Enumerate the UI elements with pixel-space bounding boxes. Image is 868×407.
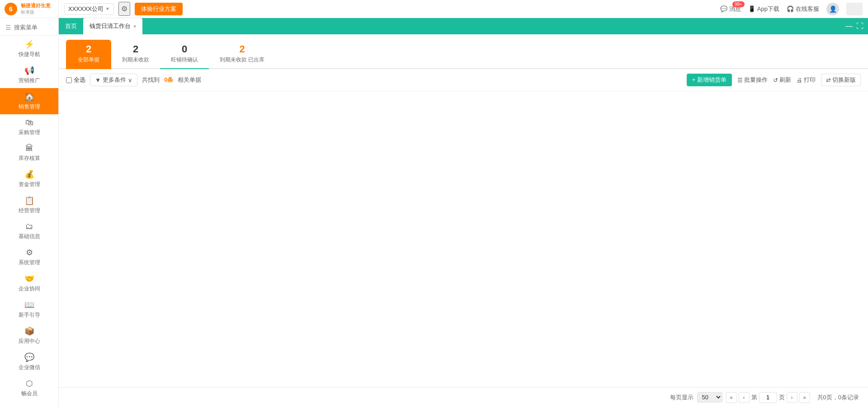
tab-close-icon[interactable]: × xyxy=(133,23,136,29)
found-prefix: 共找到 xyxy=(142,76,160,84)
sidebar-label-inventory: 库存核算 xyxy=(19,154,40,162)
sidebar-item-guide[interactable]: 📖 新手引导 xyxy=(0,296,58,323)
search-menu-label: 搜索菜单 xyxy=(14,23,38,32)
sidebar: 6 畅捷通好生意 标准版 ☰ 搜索菜单 ⚡ 快捷导航 📢 营销推广 🏠 销售管理… xyxy=(0,0,59,407)
toolbar: 全选 ▼ 更多条件 ∨ 共找到 0条 相关单据 + 新增销货单 ☰ 批量操作 ↺… xyxy=(59,69,868,91)
filter-arrow-icon: ∨ xyxy=(128,77,132,84)
prev-page-btn[interactable]: ‹ xyxy=(739,392,750,403)
select-all-label: 全选 xyxy=(74,76,85,84)
tab-home[interactable]: 首页 xyxy=(59,18,83,34)
user-extra[interactable] xyxy=(846,3,863,15)
marketing-icon: 📢 xyxy=(24,65,34,75)
refresh-btn[interactable]: ↺ 刷新 xyxy=(773,76,791,84)
last-page-btn[interactable]: » xyxy=(799,392,810,403)
sidebar-label-marketing: 营销推广 xyxy=(19,77,40,84)
sidebar-item-marketing[interactable]: 📢 营销推广 xyxy=(0,62,58,88)
header-right: 💬 消息 99+ 📱 App下载 🎧 在线客服 👤 xyxy=(720,3,863,15)
inventory-icon: 🏛 xyxy=(25,144,33,153)
purchase-icon: 🛍 xyxy=(25,118,33,127)
sidebar-item-wechat[interactable]: 💬 企业微信 xyxy=(0,349,58,375)
enterprise-icon: 🤝 xyxy=(24,274,34,284)
tabs-bar-right: — ⛶ xyxy=(845,22,868,30)
sidebar-item-finance[interactable]: 💰 资金管理 xyxy=(0,166,58,192)
page-input[interactable] xyxy=(759,392,777,403)
sidebar-label-sales: 销售管理 xyxy=(19,103,40,111)
settings-button[interactable]: ⚙ xyxy=(118,2,130,16)
filter-button[interactable]: ▼ 更多条件 ∨ xyxy=(90,74,137,86)
system-icon: ⚙ xyxy=(26,248,33,257)
select-all-checkbox[interactable]: 全选 xyxy=(66,76,85,84)
switch-version-btn[interactable]: ⇄ 切换新版 xyxy=(821,74,861,86)
sidebar-label-quick-nav: 快捷导航 xyxy=(19,51,40,58)
stats-tabs: 2 全部单据 2 到期未收款 0 旺铺待确认 2 到期未收款 已出库 xyxy=(59,34,868,69)
print-btn[interactable]: 🖨 打印 xyxy=(797,76,816,84)
main-content: 2 全部单据 2 到期未收款 0 旺铺待确认 2 到期未收款 已出库 全选 xyxy=(59,34,868,407)
logo-text: 畅捷通好生意 标准版 xyxy=(21,2,51,15)
sidebar-label-finance: 资金管理 xyxy=(19,181,40,188)
refresh-icon: ↺ xyxy=(773,77,778,84)
select-all-input[interactable] xyxy=(66,77,72,83)
app-download-btn[interactable]: 📱 App下载 xyxy=(748,5,779,13)
first-page-btn[interactable]: « xyxy=(726,392,737,403)
stat-tab-wangpu[interactable]: 0 旺铺待确认 xyxy=(160,40,209,69)
per-page-select[interactable]: 50 20 100 xyxy=(697,392,722,402)
tabs-bar: 首页 钱货日清工作台 × — ⛶ xyxy=(59,18,868,34)
switch-label: 切换新版 xyxy=(832,76,856,84)
stat-tab-out[interactable]: 2 到期未收款 已出库 xyxy=(209,40,275,69)
member-icon: ⬡ xyxy=(26,379,33,388)
content-wrapper: 2 全部单据 2 到期未收款 0 旺铺待确认 2 到期未收款 已出库 全选 xyxy=(59,34,868,407)
stat-label-all: 全部单据 xyxy=(78,56,99,64)
sidebar-item-sales[interactable]: 🏠 销售管理 xyxy=(0,88,58,114)
quick-nav-icon: ⚡ xyxy=(24,39,34,49)
page-total: 共0页，0条记录 xyxy=(817,393,859,402)
page-suffix: 页 xyxy=(779,393,785,402)
logo-icon: 6 xyxy=(5,3,17,15)
company-selector[interactable]: XXXXXX公司 ▼ xyxy=(64,3,114,15)
sidebar-item-inventory[interactable]: 🏛 库存核算 xyxy=(0,140,58,166)
add-sales-btn[interactable]: + 新增销货单 xyxy=(687,74,732,86)
avatar[interactable]: 👤 xyxy=(826,3,839,15)
sidebar-item-base-info[interactable]: 🗂 基础信息 xyxy=(0,218,58,244)
sidebar-item-purchase[interactable]: 🛍 采购管理 xyxy=(0,114,58,140)
headset-icon: 🎧 xyxy=(787,5,794,12)
top-header: XXXXXX公司 ▼ ⚙ 体验行业方案 💬 消息 99+ 📱 App下载 🎧 在… xyxy=(59,0,868,18)
sidebar-label-enterprise: 企业协同 xyxy=(19,285,40,293)
sidebar-item-app-center[interactable]: 📦 应用中心 xyxy=(0,323,58,349)
app-download-icon: 📱 xyxy=(748,5,755,12)
page-nav: « ‹ 第 页 › » xyxy=(726,392,810,403)
online-service-label: 在线客服 xyxy=(796,5,819,13)
finance-icon: 💰 xyxy=(24,169,34,179)
toolbar-right: + 新增销货单 ☰ 批量操作 ↺ 刷新 🖨 打印 ⇄ 切换新版 xyxy=(687,74,861,86)
sidebar-label-app-center: 应用中心 xyxy=(19,337,40,345)
tab-maximize-btn[interactable]: ⛶ xyxy=(856,22,863,30)
sidebar-item-quick-nav[interactable]: ⚡ 快捷导航 xyxy=(0,36,58,62)
message-btn[interactable]: 💬 消息 99+ xyxy=(720,5,741,13)
stat-tab-overdue[interactable]: 2 到期未收款 xyxy=(111,40,160,69)
stat-tab-all[interactable]: 2 全部单据 xyxy=(66,40,111,69)
sidebar-item-member[interactable]: ⬡ 畅会员 xyxy=(0,375,58,401)
sidebar-item-operations[interactable]: 📋 经营管理 xyxy=(0,192,58,218)
batch-operations-btn[interactable]: ☰ 批量操作 xyxy=(737,76,768,84)
tab-minimize-btn[interactable]: — xyxy=(845,22,853,30)
sidebar-label-guide: 新手引导 xyxy=(19,311,40,319)
stat-label-wangpu: 旺铺待确认 xyxy=(171,56,198,64)
sidebar-item-enterprise[interactable]: 🤝 企业协同 xyxy=(0,270,58,296)
sidebar-label-operations: 经营管理 xyxy=(19,207,40,215)
logo-area: 6 畅捷通好生意 标准版 xyxy=(0,0,58,18)
stat-num-all: 2 xyxy=(86,43,91,55)
sales-icon: 🏠 xyxy=(24,92,34,102)
tab-work-bench[interactable]: 钱货日清工作台 × xyxy=(83,18,142,34)
switch-icon: ⇄ xyxy=(826,77,831,84)
company-name: XXXXXX公司 xyxy=(68,5,104,13)
sidebar-item-system[interactable]: ⚙ 系统管理 xyxy=(0,244,58,270)
next-page-btn[interactable]: › xyxy=(787,392,797,403)
empty-table-area xyxy=(59,91,868,407)
tab-home-label: 首页 xyxy=(65,22,77,30)
trial-button[interactable]: 体验行业方案 xyxy=(135,3,183,15)
sidebar-label-purchase: 采购管理 xyxy=(19,129,40,136)
found-count: 0条 xyxy=(164,76,173,84)
sidebar-item-search[interactable]: ☰ 搜索菜单 xyxy=(0,20,58,36)
filter-icon: ▼ xyxy=(95,77,101,84)
online-service-btn[interactable]: 🎧 在线客服 xyxy=(787,5,819,13)
batch-label: 批量操作 xyxy=(744,76,768,84)
